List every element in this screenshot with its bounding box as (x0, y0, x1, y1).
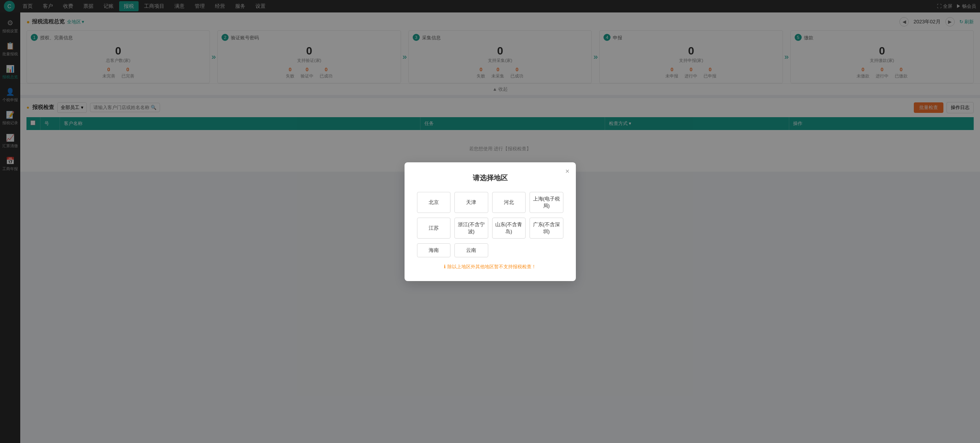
region-row-1: 北京天津河北上海(电子税局) (417, 192, 563, 213)
region-btn-广东(不含深圳)[interactable]: 广东(不含深圳) (530, 218, 563, 239)
modal-overlay[interactable]: × 请选择地区 北京天津河北上海(电子税局) 江苏浙江(不含宁波)山东(不含青岛… (0, 0, 980, 443)
region-btn-河北[interactable]: 河北 (492, 192, 526, 213)
region-btn-上海(电子税局)[interactable]: 上海(电子税局) (530, 192, 563, 213)
modal-title: 请选择地区 (417, 173, 563, 183)
region-placeholder-1 (530, 243, 563, 257)
region-btn-云南[interactable]: 云南 (454, 243, 488, 257)
modal-close-btn[interactable]: × (565, 168, 570, 175)
region-modal: × 请选择地区 北京天津河北上海(电子税局) 江苏浙江(不含宁波)山东(不含青岛… (405, 162, 576, 281)
region-btn-江苏[interactable]: 江苏 (417, 218, 451, 239)
region-btn-北京[interactable]: 北京 (417, 192, 451, 213)
region-btn-浙江(不含宁波)[interactable]: 浙江(不含宁波) (454, 218, 488, 239)
warning-text: ℹ 除以上地区外其他地区暂不支持报税检查！ (417, 264, 563, 270)
region-placeholder-0 (492, 243, 526, 257)
region-btn-天津[interactable]: 天津 (454, 192, 488, 213)
region-btn-山东(不含青岛)[interactable]: 山东(不含青岛) (492, 218, 526, 239)
region-btn-海南[interactable]: 海南 (417, 243, 451, 257)
region-row-2: 江苏浙江(不含宁波)山东(不含青岛)广东(不含深圳) (417, 218, 563, 239)
warning-icon: ℹ (444, 264, 446, 269)
region-row-3: 海南云南 (417, 243, 563, 257)
